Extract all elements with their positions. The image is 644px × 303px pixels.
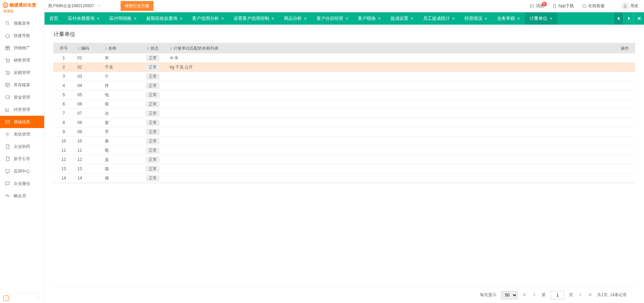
tab[interactable]: 提成设置✕: [386, 12, 418, 25]
tab[interactable]: 员工提成统计✕: [418, 12, 460, 25]
close-icon[interactable]: ✕: [517, 16, 520, 21]
pager-page-input[interactable]: [550, 291, 564, 299]
cell-status: 正常: [139, 90, 166, 99]
cell-code: 07: [74, 109, 101, 118]
trial-button[interactable]: 体验行业方案: [121, 1, 153, 11]
col-name[interactable]: 名称: [101, 43, 139, 53]
table-row[interactable]: 202千克正常kg 千克 公斤: [53, 63, 635, 72]
tab[interactable]: 计量单位✕: [525, 12, 557, 25]
close-icon[interactable]: ✕: [410, 16, 413, 21]
close-icon[interactable]: ✕: [221, 16, 224, 21]
box-icon: [5, 82, 10, 88]
close-icon[interactable]: ✕: [304, 16, 307, 21]
sidebar-item[interactable]: 营销推广: [0, 42, 44, 54]
col-status[interactable]: 状态: [139, 43, 166, 53]
sidebar-item[interactable]: 搜索菜单: [0, 17, 44, 29]
close-icon[interactable]: ✕: [271, 16, 274, 21]
close-icon[interactable]: ✕: [345, 16, 348, 21]
tab[interactable]: 业务草稿✕: [492, 12, 525, 25]
col-alias[interactable]: 计量单位匹配的名称列表: [166, 43, 615, 53]
tab[interactable]: 客户联络✕: [353, 12, 386, 25]
pager-prev[interactable]: [532, 293, 537, 298]
tabs-close-all[interactable]: [634, 12, 644, 25]
cell-status: 正常: [139, 72, 166, 81]
tab[interactable]: 客户分层经营✕: [312, 12, 353, 25]
sidebar-item-label: 快捷导航: [14, 33, 30, 39]
pager-last[interactable]: [587, 293, 592, 298]
pager-next[interactable]: [578, 293, 583, 298]
tabs-scroll-left[interactable]: [613, 12, 623, 25]
sidebar-item-label: 新手引导: [14, 156, 30, 162]
sidebar-item[interactable]: 应用中心: [0, 165, 44, 177]
cell-op: [615, 155, 635, 164]
sidebar-item[interactable]: 基础信息: [0, 116, 44, 128]
cell-status: 正常: [139, 137, 166, 146]
side-menu: 搜索菜单快捷导航营销推广销售管理采购管理库存核算资金管理经营管理基础信息系统管理…: [0, 17, 44, 293]
table-row[interactable]: 404件正常: [53, 81, 635, 90]
sidebar-collapse-icon[interactable]: [36, 295, 41, 301]
cell-idx: 14: [53, 174, 74, 182]
cell-alias: [166, 72, 615, 81]
tab[interactable]: 应付明细账✕: [104, 12, 141, 25]
sidebar-item[interactable]: 库存核算: [0, 79, 44, 91]
table-row[interactable]: 707台正常: [53, 109, 635, 118]
tenant-select[interactable]: 用户690企业1660120507 ﹀: [48, 3, 116, 9]
sidebar-item[interactable]: 系统管理: [0, 128, 44, 140]
user-menu[interactable]: 用友: [619, 2, 641, 10]
sidebar-item[interactable]: 经营管理: [0, 103, 44, 116]
sidebar-item[interactable]: 快捷导航: [0, 29, 44, 42]
table-row[interactable]: 1010条正常: [53, 137, 635, 146]
table-row[interactable]: 909手正常: [53, 127, 635, 137]
sidebar-footer-icon[interactable]: [3, 295, 9, 301]
table-row[interactable]: 1111瓶正常: [53, 146, 635, 155]
online-service-button[interactable]: 在线客服: [580, 3, 607, 9]
sidebar-item[interactable]: 畅会员: [0, 190, 44, 202]
cell-idx: 11: [53, 146, 74, 155]
table-row[interactable]: 101米正常m 米: [53, 53, 635, 63]
tab[interactable]: 经营情况✕: [460, 12, 492, 25]
cell-status: 正常: [139, 155, 166, 164]
table-row[interactable]: 808套正常: [53, 118, 635, 127]
tab[interactable]: 超期应收款查询✕: [141, 12, 187, 25]
sidebar-item[interactable]: 销售管理: [0, 54, 44, 66]
chevron-down-icon: ﹀: [97, 3, 101, 9]
close-icon[interactable]: ✕: [378, 16, 381, 21]
cell-status: 正常: [139, 174, 166, 182]
col-code[interactable]: 编码: [74, 43, 101, 53]
app-download-button[interactable]: App下载: [550, 3, 576, 9]
messages-button[interactable]: 消息 6: [528, 3, 546, 9]
table-row[interactable]: 1212盒正常: [53, 155, 635, 164]
tab-label: 商品分析: [284, 15, 302, 22]
table-row[interactable]: 505包正常: [53, 90, 635, 100]
close-icon[interactable]: ✕: [549, 16, 553, 21]
cell-name: 瓶: [101, 146, 139, 155]
table-row[interactable]: 1414袋正常: [53, 174, 635, 183]
close-icon[interactable]: ✕: [452, 16, 455, 21]
sidebar-item[interactable]: 资金管理: [0, 91, 44, 103]
cell-code: 05: [74, 90, 101, 99]
close-icon[interactable]: ✕: [134, 16, 137, 21]
tab[interactable]: 商品分析✕: [279, 12, 312, 25]
sidebar-item[interactable]: 新手引导: [0, 153, 44, 165]
per-page-select[interactable]: 50: [501, 291, 518, 299]
sidebar-item[interactable]: 采购管理: [0, 66, 44, 79]
tab[interactable]: 应付余额查询✕: [63, 12, 104, 25]
col-idx[interactable]: 序号: [53, 43, 74, 53]
close-icon[interactable]: ✕: [179, 16, 183, 21]
tab[interactable]: 客户信用分析✕: [187, 12, 229, 25]
sidebar-item-label: 畅会员: [14, 193, 26, 199]
cell-idx: 8: [53, 118, 74, 127]
tab[interactable]: 首页: [45, 12, 63, 25]
close-icon[interactable]: ✕: [484, 16, 487, 21]
pager-first[interactable]: [522, 293, 527, 298]
table-row[interactable]: 303个正常: [53, 72, 635, 81]
sidebar-item[interactable]: 企业微信: [0, 177, 44, 190]
cell-op: [615, 118, 635, 127]
cell-alias: [166, 164, 615, 173]
close-icon[interactable]: ✕: [97, 16, 100, 21]
table-row[interactable]: 606双正常: [53, 100, 635, 109]
table-row[interactable]: 1313箱正常: [53, 164, 635, 174]
tabs-scroll-right[interactable]: [623, 12, 634, 25]
sidebar-item[interactable]: 企业协同: [0, 140, 44, 153]
tab[interactable]: 设置客户信用控制✕: [229, 12, 279, 25]
